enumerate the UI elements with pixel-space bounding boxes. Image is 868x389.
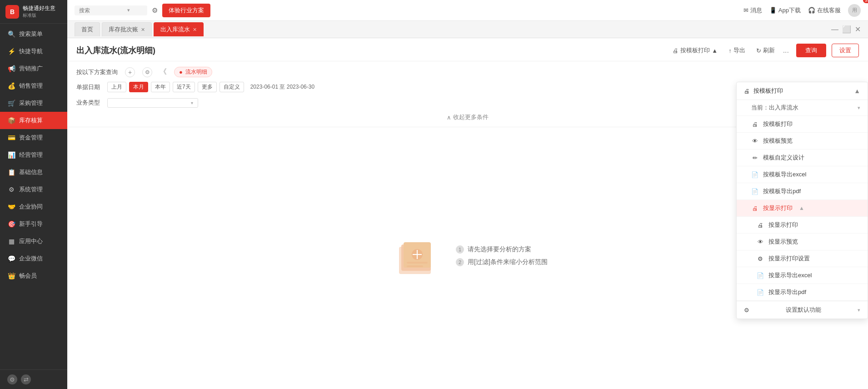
dp-footer[interactable]: ⚙ 设置默认功能 ▾ bbox=[737, 301, 868, 319]
page-actions: 🖨 按模板打印 ▲ ↑ 导出 ↻ 刷新 ... 查询 设置 bbox=[670, 44, 859, 57]
refresh-btn[interactable]: ↻ 刷新 bbox=[753, 45, 778, 56]
dp-item-label: 模板自定义设计 bbox=[763, 154, 804, 162]
sidebar-item-corp[interactable]: 🤝 企业协同 bbox=[0, 198, 67, 215]
header-search-box[interactable]: ▾ bbox=[75, 5, 147, 15]
date-btn-this-month[interactable]: 本月 bbox=[129, 82, 148, 92]
collapse-more-label: 收起更多条件 bbox=[453, 113, 489, 121]
user-avatar[interactable]: 用 bbox=[848, 4, 861, 17]
dp-pdf-icon-1: 📄 bbox=[751, 188, 758, 195]
tab-flow-close[interactable]: ✕ bbox=[193, 27, 197, 33]
sidebar-item-inventory[interactable]: 📦 库存核算 bbox=[0, 112, 67, 129]
header-gear-icon[interactable]: ⚙ bbox=[152, 6, 158, 15]
search-icon: 🔍 bbox=[7, 30, 15, 38]
sidebar-item-system[interactable]: ⚙ 系统管理 bbox=[0, 181, 67, 198]
dp-item-display-pdf[interactable]: 📄 按显示导出pdf bbox=[737, 284, 868, 301]
sidebar-item-marketing[interactable]: 📢 营销推广 bbox=[0, 60, 67, 77]
tab-close-btn[interactable]: ✕ bbox=[855, 25, 861, 34]
search-dropdown-icon[interactable]: ▾ bbox=[127, 7, 130, 13]
print-template-btn[interactable]: 🖨 按模板打印 ▲ bbox=[670, 45, 720, 56]
dp-item-label: 按显示导出pdf bbox=[768, 288, 806, 296]
sidebar-item-search[interactable]: 🔍 搜索菜单 bbox=[0, 25, 67, 43]
dp-expand-icon[interactable]: ▲ bbox=[797, 205, 806, 211]
sidebar-item-quicknav[interactable]: ⚡ 快捷导航 bbox=[0, 43, 67, 60]
sidebar: B 畅捷通好生意 标准版 🔍 搜索菜单 ⚡ 快捷导航 📢 营销推广 💰 销售管理… bbox=[0, 0, 67, 389]
dp-item-template-custom[interactable]: ✏ 模板自定义设计 bbox=[737, 150, 868, 166]
message-label: 消息 bbox=[750, 6, 762, 15]
industry-btn[interactable]: 体验行业方案 bbox=[162, 4, 210, 17]
sidebar-item-purchase[interactable]: 🛒 采购管理 bbox=[0, 95, 67, 112]
business-type-label: 业务类型 bbox=[76, 99, 100, 107]
tab-batch[interactable]: 库存批次账 ✕ bbox=[102, 22, 152, 36]
message-icon: ✉ bbox=[743, 7, 748, 14]
export-btn[interactable]: ↑ 导出 bbox=[726, 45, 748, 56]
tab-home[interactable]: 首页 bbox=[75, 22, 100, 36]
dp-item-display-print-settings[interactable]: ⚙ 按显示打印设置 bbox=[737, 250, 868, 267]
dp-item-template-preview[interactable]: 👁 按模板预览 bbox=[737, 133, 868, 150]
business-type-select[interactable]: ▾ bbox=[107, 98, 198, 108]
sidebar-item-wechat[interactable]: 💬 企业微信 bbox=[0, 250, 67, 267]
tab-batch-close[interactable]: ✕ bbox=[141, 27, 145, 33]
sidebar-item-sales[interactable]: 💰 销售管理 bbox=[0, 77, 67, 95]
date-btn-more[interactable]: 更多 bbox=[198, 82, 217, 92]
sidebar-item-finance[interactable]: 💳 资金管理 bbox=[0, 129, 67, 146]
wechat-icon: 💬 bbox=[7, 254, 15, 263]
tab-maximize-btn[interactable]: ⬜ bbox=[842, 25, 851, 34]
query-btn[interactable]: 查询 bbox=[796, 44, 826, 57]
date-btn-this-year[interactable]: 本年 bbox=[151, 82, 170, 92]
dp-item-template-excel[interactable]: 📄 按模板导出excel bbox=[737, 166, 868, 183]
filter-add-btn[interactable]: + bbox=[125, 67, 135, 77]
sidebar-logo: B 畅捷通好生意 标准版 bbox=[0, 0, 67, 24]
app-download-btn[interactable]: 📱 App下载 bbox=[769, 6, 801, 15]
tab-flow[interactable]: 出入库流水 ✕ bbox=[154, 22, 204, 36]
dp-current-arrow: ▾ bbox=[858, 105, 860, 111]
date-btn-custom[interactable]: 自定义 bbox=[219, 82, 244, 92]
dp-item-display-print-section[interactable]: 🖨 按显示打印 ▲ bbox=[737, 200, 868, 217]
dp-title: 按模板打印 bbox=[753, 87, 783, 95]
purchase-icon: 🛒 bbox=[7, 99, 15, 107]
sidebar-item-label: 营销推广 bbox=[19, 65, 43, 73]
sidebar-item-label: 企业协同 bbox=[19, 203, 43, 211]
sidebar-item-label: 资金管理 bbox=[19, 134, 43, 142]
sidebar-item-guide[interactable]: 🎯 新手引导 bbox=[0, 215, 67, 233]
dp-excel-icon-1: 📄 bbox=[751, 171, 758, 178]
dp-item-display-print[interactable]: 🖨 按显示打印 bbox=[737, 217, 868, 234]
sidebar-item-ops[interactable]: 📊 经营管理 bbox=[0, 146, 67, 164]
sidebar-item-base[interactable]: 📋 基础信息 bbox=[0, 164, 67, 181]
dp-printer-icon-2: 🖨 bbox=[751, 204, 758, 212]
refresh-icon: ↻ bbox=[756, 47, 761, 54]
global-settings-icon[interactable]: ⚙ bbox=[7, 374, 17, 384]
sidebar-item-label: 新手引导 bbox=[19, 220, 43, 228]
header-right: ✉ 消息 99+ 📱 App下载 🎧 在线客服 用 bbox=[743, 4, 861, 17]
filter-collapse-btn[interactable]: 《 bbox=[160, 67, 167, 77]
empty-step-1: 1 请先选择要分析的方案 bbox=[456, 245, 548, 254]
date-btn-7days[interactable]: 近7天 bbox=[173, 82, 195, 92]
settings-btn[interactable]: 设置 bbox=[832, 44, 859, 57]
dp-item-label: 按显示打印 bbox=[763, 204, 793, 212]
header-search-input[interactable] bbox=[79, 7, 125, 14]
tab-minimize-btn[interactable]: — bbox=[831, 25, 838, 34]
collapse-more-btn[interactable]: ∧ 收起更多条件 bbox=[447, 113, 489, 121]
sidebar-item-apps[interactable]: ▦ 应用中心 bbox=[0, 233, 67, 250]
svg-rect-7 bbox=[407, 265, 423, 267]
dp-item-template-pdf[interactable]: 📄 按模板导出pdf bbox=[737, 183, 868, 200]
company-name: 畅捷通好生意 bbox=[23, 5, 55, 12]
online-service-label: 在线客服 bbox=[817, 6, 841, 15]
page-title-bar: 出入库流水(流水明细) 🖨 按模板打印 ▲ ↑ 导出 ↻ 刷新 ... 查询 设… bbox=[67, 38, 868, 61]
filter-setting-btn[interactable]: ⚙ bbox=[142, 67, 152, 77]
sidebar-collapse-icon[interactable]: ⇄ bbox=[21, 374, 31, 384]
sidebar-item-label: 销售管理 bbox=[19, 82, 43, 90]
dp-item-template-print[interactable]: 🖨 按模板打印 bbox=[737, 116, 868, 133]
sidebar-item-label: 采购管理 bbox=[19, 99, 43, 107]
date-btn-last-month[interactable]: 上月 bbox=[107, 82, 126, 92]
dp-item-display-preview[interactable]: 👁 按显示预览 bbox=[737, 234, 868, 250]
dp-collapse-icon[interactable]: ▲ bbox=[854, 87, 860, 95]
dp-printer-icon-1: 🖨 bbox=[751, 120, 758, 128]
online-service-btn[interactable]: 🎧 在线客服 bbox=[808, 6, 841, 15]
dp-item-display-excel[interactable]: 📄 按显示导出excel bbox=[737, 267, 868, 284]
message-btn[interactable]: ✉ 消息 99+ bbox=[743, 6, 762, 15]
filter-active-tag[interactable]: ● 流水明细 bbox=[174, 67, 212, 77]
sidebar-item-vip[interactable]: 👑 畅会员 bbox=[0, 267, 67, 284]
more-actions-btn[interactable]: ... bbox=[783, 46, 789, 55]
empty-text: 1 请先选择要分析的方案 2 用[过滤]条件来缩小分析范围 bbox=[456, 245, 548, 271]
dp-item-label: 按模板预览 bbox=[763, 137, 793, 145]
